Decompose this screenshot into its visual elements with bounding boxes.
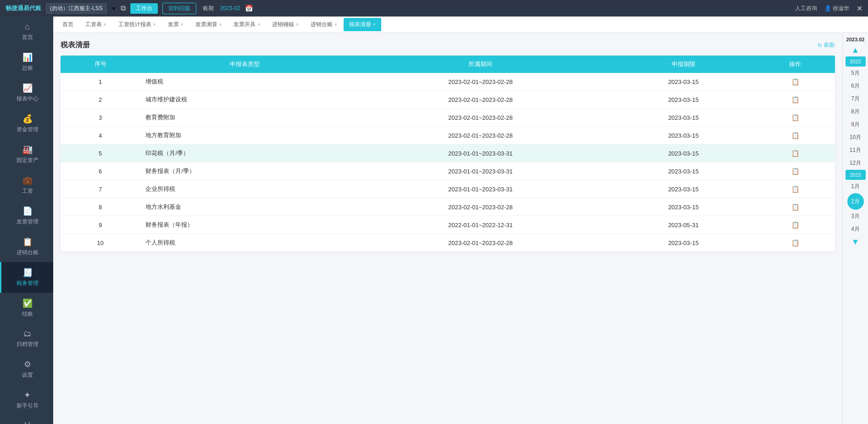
calendar-nav-up[interactable]: ▲ xyxy=(850,44,862,56)
calendar-year-2022[interactable]: 2022 xyxy=(846,56,866,67)
calendar-month-2022-5月[interactable]: 5月 xyxy=(846,67,866,79)
sidebar-label-payroll: 工资 xyxy=(22,187,33,195)
sidebar-item-member[interactable]: V畅会员 xyxy=(0,415,53,424)
tab-invoice[interactable]: 发票× xyxy=(162,18,189,31)
action-icon[interactable]: 📋 xyxy=(791,221,799,229)
tab-label-invoice-open: 发票开具 xyxy=(234,21,256,28)
calendar-month-2023-2月[interactable]: 2月 xyxy=(847,193,864,210)
action-icon[interactable]: 📋 xyxy=(791,203,799,211)
row-action[interactable]: 📋 xyxy=(756,127,835,145)
row-deadline: 2023-03-15 xyxy=(612,180,756,198)
top-bar-right: 人工咨询 👤 徐溢华 ✕ xyxy=(795,4,862,13)
row-deadline: 2023-03-15 xyxy=(612,91,756,109)
action-icon[interactable]: 📋 xyxy=(791,132,799,139)
calendar-month-2022-11月[interactable]: 11月 xyxy=(846,144,866,156)
period-label: 账期 xyxy=(203,5,214,12)
calendar-month-2022-12月[interactable]: 12月 xyxy=(846,157,866,169)
sidebar-item-payroll[interactable]: 💼工资 xyxy=(0,170,53,201)
row-action[interactable]: 📋 xyxy=(756,180,835,198)
tab-tax-list[interactable]: 税表清册× xyxy=(344,18,381,31)
tab-home[interactable]: 首页 xyxy=(57,18,79,31)
calendar-month-2023-1月[interactable]: 1月 xyxy=(846,180,866,193)
row-action[interactable]: 📋 xyxy=(756,216,835,234)
sidebar-item-general-ledger[interactable]: 📊总账 xyxy=(0,47,53,78)
sidebar-item-tax-mgmt[interactable]: 🧾税务管理 xyxy=(0,262,53,293)
tab-close-purchase-verify[interactable]: × xyxy=(296,22,299,27)
calendar-month-2023-3月[interactable]: 3月 xyxy=(846,210,866,223)
row-action[interactable]: 📋 xyxy=(756,162,835,180)
tab-close-invoice-calc[interactable]: × xyxy=(219,22,222,27)
action-icon[interactable]: 📋 xyxy=(791,78,799,85)
tab-purchase-verify[interactable]: 进销稽核× xyxy=(267,18,304,31)
tab-payroll-stats[interactable]: 工资统计报表× xyxy=(113,18,161,31)
sidebar-item-invoice-mgmt[interactable]: 📄发票管理 xyxy=(0,201,53,231)
row-action[interactable]: 📋 xyxy=(756,73,835,91)
tab-close-purchase-ledger[interactable]: × xyxy=(334,22,337,27)
sidebar-item-fund-mgmt[interactable]: 💰资金管理 xyxy=(0,108,53,139)
tab-close-invoice[interactable]: × xyxy=(181,22,184,27)
workbench-button[interactable]: 工作台 xyxy=(130,3,158,14)
row-type: 财务报表（月/季） xyxy=(140,162,349,180)
row-action[interactable]: 📋 xyxy=(756,234,835,252)
tab-close-payroll[interactable]: × xyxy=(104,22,106,27)
sidebar-item-settle[interactable]: ✅结账 xyxy=(0,293,53,324)
calendar-month-2022-9月[interactable]: 9月 xyxy=(846,118,866,131)
tab-close-invoice-open[interactable]: × xyxy=(257,22,260,27)
calendar-month-2022-6月[interactable]: 6月 xyxy=(846,80,866,92)
calendar-month-2022-7月[interactable]: 7月 xyxy=(846,93,866,105)
row-deadline: 2023-03-15 xyxy=(612,145,756,162)
action-icon[interactable]: 📋 xyxy=(791,150,799,157)
ai-consult-btn[interactable]: 人工咨询 xyxy=(795,5,817,12)
sidebar-item-new-guide[interactable]: ✦新手引导 xyxy=(0,385,53,415)
sidebar-label-invoice-mgmt: 发票管理 xyxy=(17,218,39,226)
calendar-nav-down[interactable]: ▼ xyxy=(850,236,862,248)
calendar-year-2023[interactable]: 2023 xyxy=(846,170,866,180)
action-icon[interactable]: 📋 xyxy=(791,96,799,103)
calendar-month-2022-8月[interactable]: 8月 xyxy=(846,106,866,118)
row-no: 6 xyxy=(61,162,140,180)
refresh-button[interactable]: ↻ 刷新 xyxy=(818,41,835,49)
company-chevron-icon: ▼ xyxy=(111,6,116,11)
sidebar-item-fixed-assets[interactable]: 🏭固定资产 xyxy=(0,139,53,170)
top-bar-close-icon[interactable]: ✕ xyxy=(857,4,862,13)
sidebar-item-archive-mgmt[interactable]: 🗂归档管理 xyxy=(0,324,53,354)
row-deadline: 2023-03-15 xyxy=(612,198,756,216)
tab-purchase-ledger[interactable]: 进销台账× xyxy=(305,18,343,31)
tab-payroll[interactable]: 工资表× xyxy=(80,18,112,31)
calendar-month-2023-4月[interactable]: 4月 xyxy=(846,223,866,235)
tab-invoice-calc[interactable]: 发票测算× xyxy=(190,18,228,31)
action-icon[interactable]: 📋 xyxy=(791,185,799,193)
sidebar-label-purchase-sales: 进销台账 xyxy=(17,249,39,257)
row-action[interactable]: 📋 xyxy=(756,91,835,109)
sidebar-item-home[interactable]: ⌂首页 xyxy=(0,17,53,47)
row-action[interactable]: 📋 xyxy=(756,145,835,162)
row-action[interactable]: 📋 xyxy=(756,109,835,127)
row-no: 5 xyxy=(61,145,140,162)
username-label: 徐溢华 xyxy=(833,5,849,11)
action-icon[interactable]: 📋 xyxy=(791,167,799,175)
sidebar-icon-tax-mgmt: 🧾 xyxy=(22,268,33,278)
sidebar-item-purchase-sales[interactable]: 📋进销台账 xyxy=(0,231,53,262)
action-icon[interactable]: 📋 xyxy=(791,239,799,246)
switch-old-button[interactable]: 切到旧版 xyxy=(162,3,196,14)
row-no: 9 xyxy=(61,216,140,234)
row-type: 增值税 xyxy=(140,73,349,91)
row-type: 教育费附加 xyxy=(140,109,349,127)
sidebar-item-report-center[interactable]: 📈报表中心 xyxy=(0,78,53,108)
table-row: 3 教育费附加 2023-02-01~2023-02-28 2023-03-15… xyxy=(61,109,835,127)
table-row: 5 印花税（月/季） 2023-01-01~2023-03-31 2023-03… xyxy=(61,145,835,162)
tab-label-tax-list: 税表清册 xyxy=(349,21,371,28)
action-icon[interactable]: 📋 xyxy=(791,114,799,121)
tab-label-purchase-ledger: 进销台账 xyxy=(311,21,333,28)
tab-invoice-open[interactable]: 发票开具× xyxy=(228,18,266,31)
sidebar-item-settings[interactable]: ⚙设置 xyxy=(0,354,53,385)
user-avatar-icon: 👤 xyxy=(824,5,831,11)
company-selector[interactable]: (勿动）江西服主-LSS xyxy=(46,3,107,14)
tab-close-tax-list[interactable]: × xyxy=(373,22,376,27)
tab-close-payroll-stats[interactable]: × xyxy=(153,22,156,27)
row-no: 4 xyxy=(61,127,140,145)
tab-label-purchase-verify: 进销稽核 xyxy=(272,21,294,28)
row-action[interactable]: 📋 xyxy=(756,198,835,216)
calendar-month-2022-10月[interactable]: 10月 xyxy=(846,131,866,144)
tax-table: 序号申报表类型所属期间申报期限操作 1 增值税 2023-02-01~2023-… xyxy=(61,56,835,252)
